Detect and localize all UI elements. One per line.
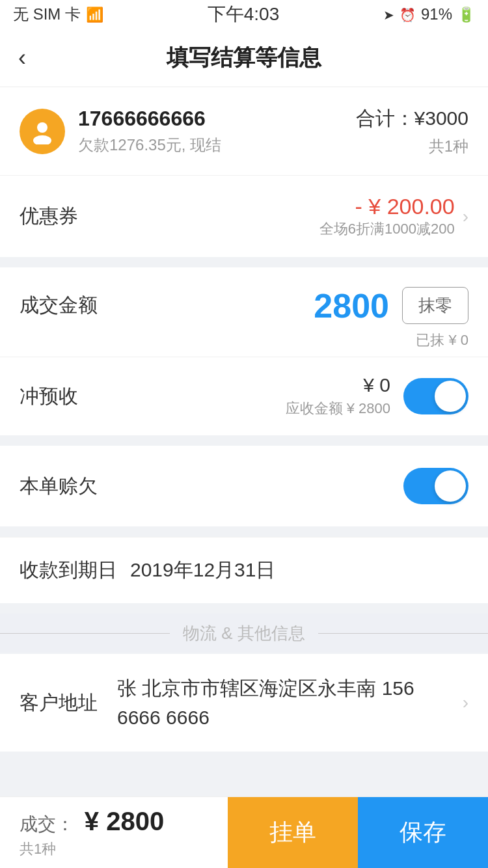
debt-row: 本单赊欠 [0, 446, 488, 526]
status-left: 无 SIM 卡 [13, 4, 103, 25]
coupon-right: - ¥ 200.00 全场6折满1000减200 › [319, 194, 468, 239]
bottom-deal-count: 共1种 [20, 839, 208, 859]
status-time: 下午4:03 [208, 2, 280, 27]
amount-value: 2800 [314, 289, 389, 323]
page-title: 填写结算等信息 [167, 43, 321, 73]
battery-text: 91% [421, 5, 452, 23]
prereceive-sub: 应收金额 ¥ 2800 [286, 399, 390, 418]
spacer1 [0, 603, 488, 614]
svg-point-0 [37, 122, 47, 133]
divider-line-left [0, 633, 170, 634]
prereceive-label: 冲预收 [20, 383, 78, 410]
bottom-bar: 成交： ¥ 2800 共1种 挂单 保存 [0, 796, 488, 868]
prereceive-row: 冲预收 ¥ 0 应收金额 ¥ 2800 [0, 357, 488, 435]
main-content: 17666666666 欠款1276.35元, 现结 合计：¥3000 共1种 … [0, 87, 488, 868]
wifi-icon [86, 5, 103, 23]
address-value: 张 北京市市辖区海淀区永丰南 156 6666 6666 [117, 673, 456, 732]
address-label: 客户地址 [20, 690, 98, 716]
coupon-label: 优惠券 [20, 203, 78, 230]
amount-label: 成交金额 [20, 292, 98, 319]
divider-text: 物流 & 其他信息 [170, 622, 318, 645]
coupon-desc: 全场6折满1000减200 [319, 219, 455, 239]
amount-main-row: 成交金额 2800 抹零 [0, 267, 488, 331]
duedate-row: 收款到期日 2019年12月31日 [0, 537, 488, 603]
address-row[interactable]: 客户地址 张 北京市市辖区海淀区永丰南 156 6666 6666 › [0, 654, 488, 752]
bottom-deal-label: 成交： [20, 814, 74, 834]
prereceive-values: ¥ 0 应收金额 ¥ 2800 [286, 374, 390, 418]
duedate-value: 2019年12月31日 [130, 557, 275, 584]
customer-card: 17666666666 欠款1276.35元, 现结 合计：¥3000 共1种 … [0, 87, 488, 257]
customer-count: 共1种 [356, 136, 468, 157]
section-divider: 物流 & 其他信息 [0, 614, 488, 653]
amount-section: 成交金额 2800 抹零 已抹 ¥ 0 冲预收 ¥ 0 应收金额 ¥ 2800 [0, 267, 488, 435]
round-button[interactable]: 抹零 [402, 287, 468, 324]
amount-row: 成交金额 2800 抹零 已抹 ¥ 0 [0, 267, 488, 357]
nav-bar: ‹ 填写结算等信息 [0, 29, 488, 87]
bottom-summary: 成交： ¥ 2800 共1种 [0, 807, 228, 859]
debt-toggle[interactable] [403, 468, 468, 504]
prereceive-right: ¥ 0 应收金额 ¥ 2800 [286, 374, 468, 418]
duedate-label: 收款到期日 [20, 557, 117, 584]
status-right: 91% [383, 5, 475, 23]
address-chevron-icon: › [463, 692, 468, 713]
divider-line-right [318, 633, 488, 634]
prereceive-val: ¥ 0 [286, 374, 390, 396]
customer-left: 17666666666 欠款1276.35元, 现结 [20, 107, 221, 156]
customer-row: 17666666666 欠款1276.35元, 现结 合计：¥3000 共1种 [0, 87, 488, 175]
chevron-right-icon: › [463, 206, 468, 227]
battery-icon [457, 5, 475, 23]
location-icon [383, 5, 394, 23]
bottom-deal-amount: ¥ 2800 [85, 807, 164, 835]
debt-label: 本单赊欠 [20, 473, 98, 500]
customer-info: 17666666666 欠款1276.35元, 现结 [78, 107, 221, 156]
coupon-discount: - ¥ 200.00 [319, 194, 455, 219]
customer-phone: 17666666666 [78, 107, 221, 131]
avatar [20, 109, 65, 154]
customer-total: 合计：¥3000 [356, 105, 468, 132]
total-value: ¥3000 [414, 107, 468, 129]
pending-button[interactable]: 挂单 [228, 797, 358, 869]
prereceive-toggle[interactable] [403, 378, 468, 414]
amount-sub: 已抹 ¥ 0 [0, 331, 488, 357]
amount-right: 2800 抹零 [314, 287, 468, 324]
status-bar: 无 SIM 卡 下午4:03 91% [0, 0, 488, 29]
svg-point-1 [33, 135, 51, 144]
customer-sub-info: 欠款1276.35元, 现结 [78, 135, 221, 156]
coupon-row[interactable]: 优惠券 - ¥ 200.00 全场6折满1000减200 › [0, 175, 488, 257]
no-sim-text: 无 SIM 卡 [13, 4, 81, 25]
save-button[interactable]: 保存 [358, 797, 488, 869]
customer-right: 合计：¥3000 共1种 [356, 105, 468, 157]
toggle-knob [435, 381, 466, 412]
back-button[interactable]: ‹ [18, 44, 26, 72]
alarm-icon [400, 5, 416, 23]
bottom-deal-row: 成交： ¥ 2800 [20, 807, 208, 837]
total-label: 合计： [356, 107, 414, 129]
debt-toggle-knob [435, 470, 466, 502]
